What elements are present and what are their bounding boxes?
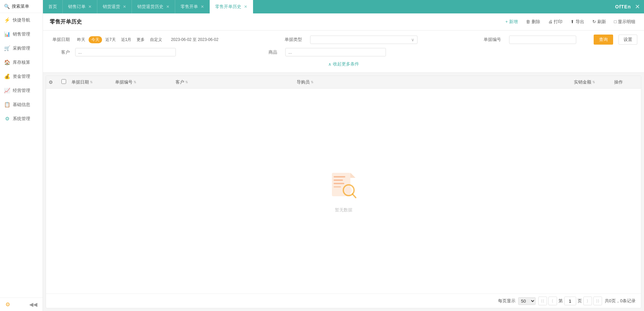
collapse-filter-trigger[interactable]: ∧ 收起更多条件 (50, 60, 637, 68)
collapse-filter-label: 收起更多条件 (333, 61, 359, 67)
svg-marker-9 (350, 173, 355, 178)
date-shortcut-近1月[interactable]: 近1月 (119, 36, 134, 43)
customer-input[interactable] (78, 50, 173, 55)
bill-num-input[interactable] (512, 37, 573, 42)
empty-illustration (327, 169, 360, 203)
table-header: ⚙ 单据日期 ⇅ 单据编号 ⇅ 客户 ⇅ 导购员 ⇅ (46, 76, 641, 89)
tab-close-retail-history[interactable]: ✕ (244, 4, 247, 9)
svg-rect-4 (334, 186, 341, 188)
nav-icon-quick-nav: ⚡ (4, 17, 10, 23)
date-shortcut-今天[interactable]: 今天 (89, 36, 102, 43)
tab-label-sales-return: 销货退货 (103, 4, 120, 10)
print-button[interactable]: 🖨 打印 (546, 17, 565, 26)
col-num-label: 单据编号 (115, 79, 133, 85)
filter-area: 单据日期 昨天今天近7天近1月更多自定义 2023-06-02 至 2023-0… (43, 31, 644, 73)
bill-num-input-wrap (509, 36, 576, 44)
goods-filter-label: 商品 (268, 49, 277, 55)
col-customer-sort-icon[interactable]: ⇅ (185, 80, 188, 84)
tab-label-retail-history: 零售开单历史 (215, 4, 241, 10)
last-page-button[interactable]: ⟩⟩ (593, 297, 602, 305)
col-header-amount: 实销金额 ⇅ (571, 79, 611, 85)
nav-icon-system-mgmt: ⚙ (4, 116, 10, 122)
tab-sales-order[interactable]: 销售订单✕ (63, 0, 97, 13)
refresh-button[interactable]: ↻ 刷新 (590, 17, 608, 26)
sidebar-search[interactable]: 🔍 搜索菜单 (0, 0, 43, 13)
tab-close-sales-return[interactable]: ✕ (123, 4, 126, 9)
prev-page-button[interactable]: ⟨ (548, 297, 557, 305)
bill-type-label: 单据类型 (285, 37, 302, 43)
page-header: 零售开单历史 + 新增 🗑 删除 🖨 打印 ⬆ 导出 ↻ 刷新 □ 显示明细 (43, 13, 644, 31)
setting-button[interactable]: 设置 (618, 35, 637, 45)
sidebar-item-inventory[interactable]: 🏠库存核算 (0, 55, 43, 69)
date-shortcut-更多[interactable]: 更多 (135, 36, 147, 43)
nav-icon-basic-info: 📋 (4, 102, 10, 108)
main-area: 首页销售订单✕销货退货✕销货退货历史✕零售开单✕零售开单历史✕ OfTEn ✕ … (43, 0, 644, 311)
tab-sales-return[interactable]: 销货退货✕ (97, 0, 132, 13)
tab-close-sales-order[interactable]: ✕ (88, 4, 92, 9)
date-shortcut-近7天[interactable]: 近7天 (103, 36, 118, 43)
sidebar-item-quick-nav[interactable]: ⚡快捷导航 (0, 13, 43, 27)
tab-sales-return-history[interactable]: 销货退货历史✕ (132, 0, 175, 13)
first-page-button[interactable]: ⟨⟨ (538, 297, 547, 305)
delete-button[interactable]: 🗑 删除 (524, 17, 542, 26)
nav-icon-sales-mgmt: 📊 (4, 31, 10, 37)
sidebar-item-finance[interactable]: 💰资金管理 (0, 69, 43, 84)
col-num-sort-icon[interactable]: ⇅ (134, 80, 136, 84)
page-nav: ⟨⟨ ⟨ 第 页 ⟩ ⟩⟩ (538, 297, 602, 305)
col-guide-sort-icon[interactable]: ⇅ (311, 80, 313, 84)
close-window-icon[interactable]: ✕ (635, 3, 640, 10)
goods-input-wrap (285, 48, 386, 56)
date-shortcut-昨天[interactable]: 昨天 (75, 36, 87, 43)
collapse-sidebar-icon[interactable]: ◀◀ (29, 301, 37, 308)
sidebar-item-system-mgmt[interactable]: ⚙系统管理 (0, 112, 43, 126)
nav-label-basic-info: 基础信息 (13, 102, 30, 108)
table-area: ⚙ 单据日期 ⇅ 单据编号 ⇅ 客户 ⇅ 导购员 ⇅ (46, 75, 641, 308)
date-shortcuts: 昨天今天近7天近1月更多自定义 (75, 36, 164, 43)
select-all-input[interactable] (61, 79, 66, 84)
nav-icon-finance: 💰 (4, 73, 10, 80)
sidebar-item-operations[interactable]: 📈经营管理 (0, 84, 43, 98)
tab-close-sales-return-history[interactable]: ✕ (166, 4, 169, 9)
display-detail-button[interactable]: □ 显示明细 (612, 17, 637, 26)
sidebar-nav: ⚡快捷导航📊销售管理🛒采购管理🏠库存核算💰资金管理📈经营管理📋基础信息⚙系统管理 (0, 13, 43, 298)
page-number-input[interactable] (564, 297, 576, 305)
pagination: 每页显示 50 100 200 ⟨⟨ ⟨ 第 页 ⟩ ⟩⟩ 共0页，0条记录 (46, 294, 641, 308)
table-settings-icon[interactable]: ⚙ (49, 80, 59, 85)
content-area: 零售开单历史 + 新增 🗑 删除 🖨 打印 ⬆ 导出 ↻ 刷新 □ 显示明细 单… (43, 13, 644, 311)
sidebar-item-purchase-mgmt[interactable]: 🛒采购管理 (0, 41, 43, 55)
sidebar-item-basic-info[interactable]: 📋基础信息 (0, 98, 43, 112)
next-page-button[interactable]: ⟩ (583, 297, 592, 305)
tab-home[interactable]: 首页 (43, 0, 63, 13)
tab-bar: 首页销售订单✕销货退货✕销货退货历史✕零售开单✕零售开单历史✕ OfTEn ✕ (43, 0, 644, 13)
nav-label-purchase-mgmt: 采购管理 (13, 45, 30, 51)
sidebar-search-label: 搜索菜单 (12, 3, 29, 9)
sidebar-item-sales-mgmt[interactable]: 📊销售管理 (0, 27, 43, 41)
bill-type-select[interactable]: ∨ (310, 36, 417, 44)
tab-retail-history[interactable]: 零售开单历史✕ (210, 0, 253, 13)
col-header-num: 单据编号 ⇅ (112, 79, 173, 85)
nav-label-finance: 资金管理 (13, 73, 30, 80)
nav-icon-purchase-mgmt: 🛒 (4, 45, 10, 51)
col-header-guide: 导购员 ⇅ (294, 79, 334, 85)
svg-line-7 (352, 194, 356, 198)
sidebar: 🔍 搜索菜单 ⚡快捷导航📊销售管理🛒采购管理🏠库存核算💰资金管理📈经营管理📋基础… (0, 0, 43, 311)
table-select-all-checkbox[interactable] (59, 79, 69, 85)
col-amount-label: 实销金额 (574, 79, 591, 85)
nav-label-sales-mgmt: 销售管理 (13, 31, 30, 37)
settings-icon[interactable]: ⚙ (5, 301, 10, 308)
tab-close-retail-open[interactable]: ✕ (201, 4, 204, 9)
col-amount-sort-icon[interactable]: ⇅ (592, 80, 595, 84)
date-shortcut-自定义[interactable]: 自定义 (148, 36, 164, 43)
per-page-select[interactable]: 50 100 200 (518, 297, 536, 305)
col-date-sort-icon[interactable]: ⇅ (90, 80, 93, 84)
total-info: 共0页，0条记录 (605, 298, 636, 304)
bill-num-label: 单据编号 (484, 37, 501, 43)
tab-retail-open[interactable]: 零售开单✕ (175, 0, 210, 13)
col-guide-label: 导购员 (297, 79, 310, 85)
col-header-action: 操作 (611, 79, 638, 85)
customer-filter-label: 客户 (50, 49, 70, 55)
export-button[interactable]: ⬆ 导出 (568, 17, 586, 26)
goods-input[interactable] (288, 50, 383, 55)
query-button[interactable]: 查询 (594, 35, 613, 45)
add-button[interactable]: + 新增 (503, 17, 520, 26)
